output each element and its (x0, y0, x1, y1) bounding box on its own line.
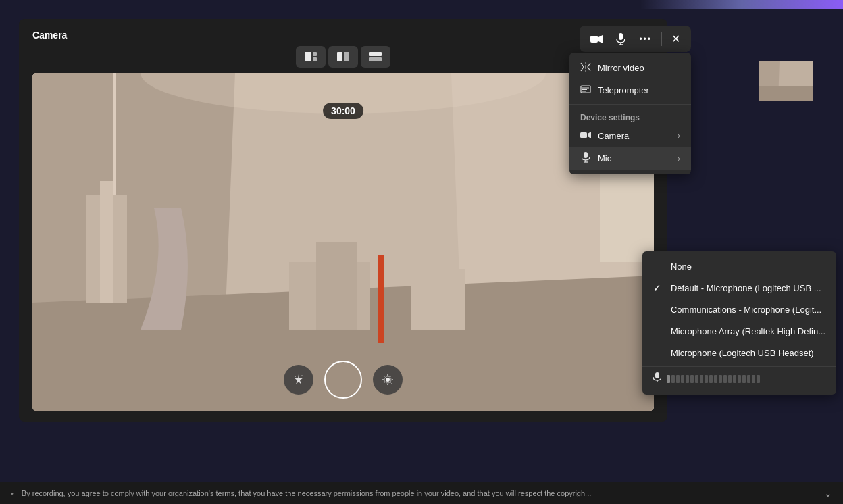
mic-headset-label: Microphone (Logitech USB Headset) (671, 348, 814, 358)
svg-rect-6 (369, 57, 382, 61)
svg-rect-39 (584, 152, 588, 158)
bar-10 (709, 375, 713, 383)
svg-rect-16 (378, 255, 384, 343)
timer-badge: 30:00 (323, 103, 363, 119)
bar-13 (723, 375, 727, 383)
menu-divider (569, 104, 691, 105)
svg-point-22 (386, 378, 390, 382)
mirror-video-label: Mirror video (598, 63, 644, 73)
svg-rect-1 (313, 52, 317, 56)
layout-btn-3[interactable] (361, 46, 390, 68)
room-scene (32, 73, 654, 411)
bar-19 (752, 375, 755, 383)
mic-option-default[interactable]: ✓ Default - Microphone (Logitech USB ... (642, 277, 836, 299)
svg-rect-11 (113, 73, 116, 208)
default-check-icon: ✓ (653, 282, 664, 293)
svg-rect-13 (100, 181, 113, 303)
bar-12 (719, 375, 722, 383)
mic-option-none[interactable]: ✓ None (642, 255, 836, 277)
svg-point-21 (301, 375, 303, 376)
bar-15 (733, 375, 736, 383)
mic-arrow-icon: › (678, 154, 680, 163)
disclaimer-text: By recording, you agree to comply with y… (22, 489, 816, 497)
mic-option-communications[interactable]: ✓ Communications - Microphone (Logit... (642, 299, 836, 320)
camera-viewport: 30:00 (32, 73, 654, 411)
svg-rect-26 (619, 33, 623, 40)
bar-8 (700, 375, 703, 383)
bar-14 (728, 375, 732, 383)
mic-option-headset[interactable]: ✓ Microphone (Logitech USB Headset) (642, 342, 836, 363)
bar-17 (742, 375, 746, 383)
float-toolbar: ••• ✕ (580, 26, 691, 52)
effects-button[interactable] (284, 365, 313, 395)
svg-rect-17 (411, 269, 465, 330)
close-button[interactable]: ✕ (667, 30, 684, 48)
bar-1 (667, 375, 670, 383)
mic-menu-item[interactable]: Mic › ✓ None ✓ Default - Microphone (Log… (569, 147, 691, 170)
bar-11 (714, 375, 717, 383)
svg-rect-0 (305, 52, 311, 61)
bar-4 (681, 375, 684, 383)
layout-btn-2[interactable] (328, 46, 358, 68)
mic-submenu: ✓ None ✓ Default - Microphone (Logitech … (642, 251, 836, 395)
record-button[interactable] (324, 361, 362, 399)
mic-none-label: None (671, 261, 692, 272)
svg-rect-24 (590, 36, 598, 43)
mic-toggle-button[interactable] (612, 30, 630, 48)
svg-rect-2 (313, 57, 317, 61)
mic-level-row (642, 366, 836, 390)
bar-5 (686, 375, 689, 383)
bar-7 (695, 375, 698, 383)
teleprompter-label: Teleprompter (598, 85, 649, 95)
mic-level-icon (653, 372, 661, 385)
device-settings-label: Device settings (569, 107, 691, 125)
mirror-icon (580, 62, 591, 74)
svg-marker-38 (588, 132, 591, 138)
video-toggle-button[interactable] (586, 32, 607, 47)
mic-comm-label: Communications - Microphone (Logit... (671, 305, 821, 315)
toolbar-divider (661, 32, 662, 46)
bar-2 (671, 375, 675, 383)
bar-6 (690, 375, 694, 383)
svg-rect-5 (369, 52, 382, 56)
bar-9 (705, 375, 708, 383)
mic-label: Mic (598, 153, 611, 163)
svg-marker-25 (598, 35, 603, 43)
camera-menu-item[interactable]: Camera › (569, 125, 691, 147)
svg-rect-31 (759, 86, 813, 101)
disclaimer-bar: • By recording, you agree to comply with… (0, 482, 843, 504)
layout-btn-1[interactable] (296, 46, 326, 68)
mic-level-bars (667, 375, 760, 383)
teleprompter-icon (580, 84, 591, 96)
svg-point-20 (295, 376, 296, 377)
svg-rect-4 (344, 52, 349, 61)
bar-20 (757, 375, 760, 383)
svg-rect-42 (655, 372, 659, 378)
mic-menu-icon (580, 152, 591, 165)
disclaimer-chevron-icon[interactable]: ⌄ (824, 488, 832, 499)
more-options-button[interactable]: ••• (635, 32, 656, 47)
svg-rect-37 (580, 132, 587, 138)
camera-arrow-icon: › (678, 131, 680, 141)
teleprompter-item[interactable]: Teleprompter (569, 79, 691, 101)
svg-rect-15 (316, 242, 357, 330)
camera-label: Camera (598, 131, 629, 141)
bar-3 (676, 375, 680, 383)
camera-menu-icon (580, 130, 591, 141)
mic-default-label: Default - Microphone (Logitech USB ... (671, 283, 821, 293)
bar-18 (747, 375, 750, 383)
mic-array-label: Microphone Array (Realtek High Defin... (671, 326, 825, 336)
context-menu: Mirror video Teleprompter Device setting… (569, 53, 691, 174)
mirror-video-item[interactable]: Mirror video (569, 57, 691, 79)
camera-title: Camera (19, 19, 667, 46)
top-bar (640, 0, 843, 9)
mic-option-array[interactable]: ✓ Microphone Array (Realtek High Defin..… (642, 320, 836, 342)
blur-button[interactable] (373, 365, 403, 395)
camera-thumbnail (759, 61, 813, 101)
bottom-controls (32, 361, 654, 399)
svg-rect-3 (337, 52, 342, 61)
bar-16 (738, 375, 741, 383)
